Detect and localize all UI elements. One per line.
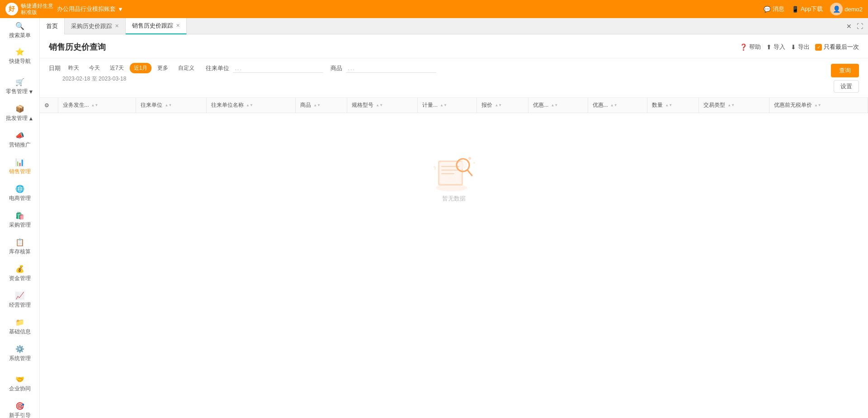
star-icon: ⭐ [15,48,24,56]
sidebar-item-sales[interactable]: 📊 销售管理 [0,153,39,180]
help-icon: ❓ [740,43,747,51]
chevron-down-icon: ▼ [118,6,123,13]
sidebar-item-marketing[interactable]: 📣 营销推广 [0,127,39,153]
user-menu[interactable]: 👤 demo2 [830,3,863,15]
th-unit-code-label: 往来单位 [141,101,162,109]
avatar: 👤 [830,3,843,15]
tab-maximize-button[interactable]: ⛶ [855,22,864,31]
th-quote[interactable]: 报价 ▲▼ [477,98,528,113]
date-btn-7days[interactable]: 近7天 [106,63,128,73]
th-spec-label: 规格型号 [352,101,373,109]
sales-icon: 📊 [15,158,24,166]
sidebar-item-basic[interactable]: 📁 基础信息 [0,314,39,340]
app-download-button[interactable]: 📱 App下载 [792,5,823,13]
tab-home[interactable]: 首页 [40,18,65,34]
tab-purchase-history-close[interactable]: ✕ [115,23,119,29]
date-options: 昨天 今天 近7天 近1月 更多 自定义 [64,63,198,73]
th-unit-name[interactable]: 往来单位名称 ▲▼ [207,98,296,113]
import-button[interactable]: ⬆ 导入 [766,43,785,51]
sidebar-item-purchase[interactable]: 🛍️ 采购管理 [0,207,39,233]
svg-point-9 [468,157,471,160]
help-button[interactable]: ❓ 帮助 [740,43,761,51]
th-quantity[interactable]: 数量 ▲▼ [647,98,699,113]
sort-icon-discount2: ▲▼ [610,103,618,107]
sidebar-item-enterprise[interactable]: 🤝 企业协同 [0,370,39,397]
filter-section: 日期 昨天 今天 近7天 近1月 更多 自定义 2023-02-18 [40,58,868,98]
goods-input[interactable]: ... [346,64,436,73]
th-discount2-label: 优惠... [593,101,608,109]
content-area: 首页 采购历史价跟踪 ✕ 销售历史价跟踪 ✕ ✕ ⛶ [40,18,868,418]
th-trade-type[interactable]: 交易类型 ▲▼ [699,98,769,113]
th-biz-date[interactable]: 业务发生... ▲▼ [58,98,136,113]
th-tax-free-price[interactable]: 优惠前无税单价 ▲▼ [769,98,868,113]
import-icon: ⬆ [766,43,772,51]
th-unit-measure[interactable]: 计量... ▲▼ [417,98,476,113]
th-unit-code[interactable]: 往来单位 ▲▼ [136,98,207,113]
top-bar: 好 畅捷通好生意 标准版 办公用品行业模拟账套 ▼ 💬 消息 📱 App下载 [0,0,868,18]
page-header-actions: ❓ 帮助 ⬆ 导入 ⬇ 导出 只看最后一次 [740,43,859,51]
query-button[interactable]: 查询 [831,64,859,77]
sidebar-ecommerce-label: 电商管理 [9,195,31,202]
sidebar-item-ecommerce[interactable]: 🌐 电商管理 [0,180,39,207]
goods-label: 商品 [330,64,342,72]
date-btn-yesterday[interactable]: 昨天 [64,63,83,73]
settings-button[interactable]: 设置 [834,80,859,93]
ecommerce-icon: 🌐 [15,185,24,193]
sort-icon-biz-date: ▲▼ [91,103,99,107]
th-spec[interactable]: 规格型号 ▲▼ [347,98,418,113]
sidebar-basic-label: 基础信息 [9,328,31,336]
tab-bar-actions: ✕ ⛶ [844,18,868,34]
sidebar-inventory-label: 库存核算 [9,248,31,256]
th-discount2[interactable]: 优惠... ▲▼ [588,98,647,113]
unit-label: 往来单位 [206,64,229,72]
username: demo2 [844,6,863,13]
unit-input[interactable]: ... [233,64,323,73]
th-discount1[interactable]: 优惠... ▲▼ [528,98,588,113]
th-quantity-label: 数量 [652,101,663,109]
system-icon: ⚙️ [15,345,24,353]
tab-sales-history-label: 销售历史价跟踪 [132,22,173,30]
sidebar-item-wholesale[interactable]: 📦 批发管理▲ [0,100,39,127]
purchase-icon: 🛍️ [15,211,24,220]
sidebar-item-inventory[interactable]: 📋 库存核算 [0,233,39,260]
sidebar-item-retail[interactable]: 🛒 零售管理▼ [0,73,39,100]
logo-line2: 标准版 [21,9,53,15]
sort-icon-quote: ▲▼ [495,103,502,107]
date-label: 日期 [49,64,61,72]
table-area: ⚙ 业务发生... ▲▼ 往来 [40,98,868,239]
sidebar-item-search[interactable]: 🔍 搜索菜单 [0,18,39,43]
message-label: 消息 [773,5,784,13]
th-discount1-label: 优惠... [533,101,548,109]
sidebar-item-operations[interactable]: 📈 经营管理 [0,287,39,314]
settings-gear-icon[interactable]: ⚙ [44,102,49,109]
top-bar-left: 好 畅捷通好生意 标准版 办公用品行业模拟账套 ▼ [5,3,123,16]
tab-sales-history[interactable]: 销售历史价跟踪 ✕ [126,18,187,34]
date-btn-today[interactable]: 今天 [85,63,104,73]
sidebar-item-finance[interactable]: 💰 资金管理 [0,260,39,287]
th-goods[interactable]: 商品 ▲▼ [296,98,347,113]
basic-icon: 📁 [15,318,24,327]
sort-icon-trade-type: ▲▼ [727,103,735,107]
sidebar-item-quick-nav[interactable]: ⭐ 快捷导航 [0,43,39,70]
sidebar-item-guide[interactable]: 🎯 新手引导 [0,397,39,418]
only-last-checkbox[interactable]: 只看最后一次 [815,43,859,51]
message-button[interactable]: 💬 消息 [764,5,784,13]
tab-purchase-history[interactable]: 采购历史价跟踪 ✕ [65,18,126,34]
sidebar-quicknav-label: 快捷导航 [9,57,31,65]
goods-filter-group: 商品 ... [330,64,436,73]
app-download-label: App下载 [801,5,823,13]
date-btn-1month[interactable]: 近1月 [130,63,152,73]
sort-icon-spec: ▲▼ [376,103,383,107]
date-btn-custom[interactable]: 自定义 [174,63,198,73]
svg-point-7 [459,161,467,169]
sidebar-item-system[interactable]: ⚙️ 系统管理 [0,340,39,367]
export-button[interactable]: ⬇ 导出 [791,43,810,51]
export-label: 导出 [798,43,810,51]
top-bar-right: 💬 消息 📱 App下载 👤 demo2 [764,3,863,15]
guide-icon: 🎯 [15,402,24,410]
tab-close-button[interactable]: ✕ [844,22,854,31]
tab-sales-history-close[interactable]: ✕ [176,23,180,28]
main-layout: 🔍 搜索菜单 ⭐ 快捷导航 🛒 零售管理▼ 📦 批发管理▲ [0,18,868,418]
workspace-selector[interactable]: 办公用品行业模拟账套 ▼ [57,5,123,13]
date-btn-more[interactable]: 更多 [153,63,172,73]
